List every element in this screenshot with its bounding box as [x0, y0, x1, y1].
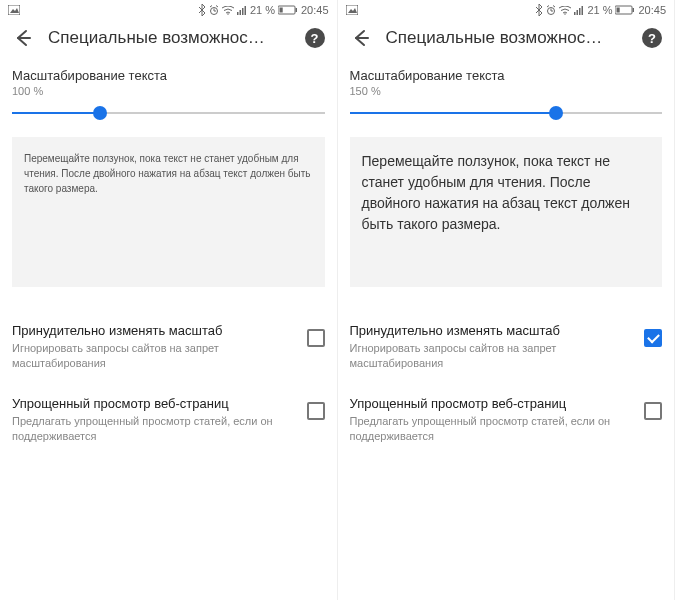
content: Масштабирование текста 100 % Перемещайте…	[0, 56, 337, 469]
signal-icon	[574, 6, 584, 15]
force-zoom-title: Принудительно изменять масштаб	[350, 323, 635, 338]
force-zoom-checkbox[interactable]	[644, 329, 662, 347]
svg-rect-24	[574, 12, 576, 15]
svg-line-22	[553, 6, 555, 8]
text-scaling-slider[interactable]	[350, 103, 663, 123]
svg-line-21	[547, 6, 549, 8]
bluetooth-icon	[535, 4, 543, 16]
statusbar: 21 % 20:45	[338, 0, 675, 20]
text-scaling-slider[interactable]	[12, 103, 325, 123]
text-scaling-label: Масштабирование текста	[12, 68, 325, 83]
force-zoom-setting[interactable]: Принудительно изменять масштаб Игнориров…	[12, 311, 325, 384]
svg-rect-9	[239, 10, 241, 15]
simple-view-checkbox[interactable]	[644, 402, 662, 420]
page-title: Специальные возможнос…	[48, 28, 289, 48]
force-zoom-sub: Игнорировать запросы сайтов на запрет ма…	[12, 341, 297, 372]
preview-text: Перемещайте ползунок, пока текст не стан…	[12, 137, 325, 287]
simple-view-title: Упрощенный просмотр веб-страниц	[12, 396, 297, 411]
signal-icon	[237, 6, 247, 15]
force-zoom-title: Принудительно изменять масштаб	[12, 323, 297, 338]
svg-rect-30	[633, 8, 635, 12]
back-icon[interactable]	[350, 28, 370, 48]
svg-rect-11	[244, 6, 246, 15]
battery-percent: 21 %	[587, 4, 612, 16]
text-scaling-label: Масштабирование текста	[350, 68, 663, 83]
svg-rect-26	[579, 8, 581, 15]
appbar: Специальные возможнос… ?	[338, 20, 675, 56]
svg-line-5	[210, 6, 212, 8]
force-zoom-checkbox[interactable]	[307, 329, 325, 347]
help-icon[interactable]: ?	[305, 28, 325, 48]
back-icon[interactable]	[12, 28, 32, 48]
svg-point-7	[227, 13, 229, 15]
picture-icon	[8, 5, 20, 15]
panel-left: 21 % 20:45 Специальные возможнос… ? Масш…	[0, 0, 338, 600]
panel-right: 21 % 20:45 Специальные возможнос… ? Масш…	[338, 0, 676, 600]
svg-marker-1	[10, 8, 19, 13]
svg-rect-10	[242, 8, 244, 15]
text-scaling-percent: 150 %	[350, 85, 663, 97]
simple-view-sub: Предлагать упрощенный просмотр статей, е…	[12, 414, 297, 445]
picture-icon	[346, 5, 358, 15]
battery-icon	[278, 5, 298, 15]
wifi-icon	[222, 6, 234, 15]
wifi-icon	[559, 6, 571, 15]
force-zoom-setting[interactable]: Принудительно изменять масштаб Игнориров…	[350, 311, 663, 384]
preview-text: Перемещайте ползунок, пока текст не стан…	[350, 137, 663, 287]
simple-view-sub: Предлагать упрощенный просмотр статей, е…	[350, 414, 635, 445]
svg-rect-8	[237, 12, 239, 15]
simple-view-setting[interactable]: Упрощенный просмотр веб-страниц Предлага…	[12, 384, 325, 457]
help-icon[interactable]: ?	[642, 28, 662, 48]
svg-rect-25	[577, 10, 579, 15]
clock: 20:45	[638, 4, 666, 16]
battery-icon	[615, 5, 635, 15]
appbar: Специальные возможнос… ?	[0, 20, 337, 56]
svg-rect-13	[279, 8, 282, 13]
svg-line-6	[216, 6, 218, 8]
clock: 20:45	[301, 4, 329, 16]
alarm-icon	[209, 5, 219, 15]
text-scaling-percent: 100 %	[12, 85, 325, 97]
svg-rect-14	[295, 8, 297, 12]
svg-rect-29	[617, 8, 620, 13]
page-title: Специальные возможнос…	[386, 28, 627, 48]
alarm-icon	[546, 5, 556, 15]
svg-marker-17	[348, 8, 357, 13]
battery-percent: 21 %	[250, 4, 275, 16]
simple-view-title: Упрощенный просмотр веб-страниц	[350, 396, 635, 411]
simple-view-setting[interactable]: Упрощенный просмотр веб-страниц Предлага…	[350, 384, 663, 457]
bluetooth-icon	[198, 4, 206, 16]
simple-view-checkbox[interactable]	[307, 402, 325, 420]
svg-point-23	[565, 13, 567, 15]
content: Масштабирование текста 150 % Перемещайте…	[338, 56, 675, 469]
force-zoom-sub: Игнорировать запросы сайтов на запрет ма…	[350, 341, 635, 372]
svg-rect-27	[582, 6, 584, 15]
statusbar: 21 % 20:45	[0, 0, 337, 20]
